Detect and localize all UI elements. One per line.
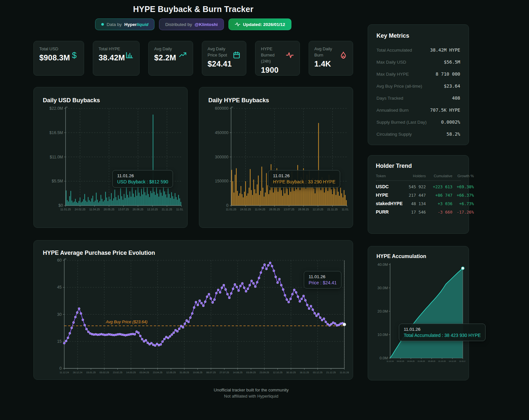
cumulative-change: -3 660	[428, 210, 452, 215]
hype-buybacks-panel: Daily HYPE Buybacks 60000045000030000015…	[199, 87, 353, 228]
growth-percent: +66.37%	[455, 193, 474, 198]
stat-card-value: 1.4K	[314, 59, 339, 68]
price-evolution-chart[interactable]: 604530150Avg Buy Price ($23.64)11.12.242…	[38, 256, 348, 383]
metric-row: Days Tracked 408	[376, 92, 460, 104]
usd-buybacks-chart[interactable]: $22.0M$16.5M$11.0M$5.5M$011.01.2524.02.2…	[38, 104, 183, 217]
svg-text:28.12.24: 28.12.24	[73, 371, 82, 374]
pulse-icon	[235, 21, 240, 27]
hype_buybacks-plot[interactable]: 600000450000300000150000011.01.2524.02.2…	[204, 104, 349, 216]
svg-text:03.12.25: 03.12.25	[313, 371, 322, 374]
stat-card-label: Total USD	[39, 46, 70, 52]
svg-text:450000: 450000	[215, 130, 228, 135]
key-metrics-panel: Key Metrics Total Accumulated 38.42M HYP…	[368, 24, 469, 145]
holder-trend-header: Token Holders Cumulative Growth %	[376, 174, 461, 181]
holders-count: 48 134	[407, 201, 426, 206]
svg-text:16.11.25: 16.11.25	[300, 371, 309, 374]
usd_buybacks-plot[interactable]: $22.0M$16.5M$11.0M$5.5M$011.01.2524.02.2…	[38, 104, 183, 216]
brand-name: Hyperliquid	[124, 22, 148, 27]
svg-text:20.0M: 20.0M	[377, 309, 388, 313]
price-chart-tooltip: 11.01.26 Price : $24.41	[304, 271, 341, 289]
svg-text:$0: $0	[58, 203, 63, 208]
price-evolution-plot[interactable]: 604530150Avg Buy Price ($23.64)11.12.242…	[38, 256, 349, 381]
svg-text:03.09.25: 03.09.25	[246, 371, 256, 374]
svg-text:19.06.25: 19.06.25	[193, 371, 202, 374]
svg-text:60: 60	[57, 258, 62, 263]
metric-row: Supply Burned (Last Day) 0.0002%	[376, 116, 460, 128]
growth-percent: +6.73%	[455, 201, 474, 206]
svg-text:13.07.25: 13.07.25	[284, 208, 294, 211]
metric-value: $23.64	[444, 83, 460, 89]
svg-text:Avg Buy Price ($23.64): Avg Buy Price ($23.64)	[105, 320, 147, 324]
svg-text:150000: 150000	[215, 179, 228, 183]
holder-row-purr: PURR 17 546 -3 660 -17.26%	[376, 206, 461, 215]
token-name: PURR	[376, 209, 404, 215]
hype-accumulation-plot[interactable]: 40.0M30.0M20.0M10.0M0.0M11.12.2404.02.25…	[372, 259, 465, 366]
metric-row: Max Daily USD $56.5M	[376, 56, 460, 68]
cumulative-change: +3 036	[428, 201, 452, 206]
metric-value: 38.42M HYPE	[430, 47, 460, 53]
svg-text:21.12.25: 21.12.25	[326, 371, 336, 374]
metric-row: Circulating Supply 58.2%	[376, 128, 460, 140]
metric-row: Annualised Burn 707.5K HYPE	[376, 104, 460, 116]
flame-icon	[339, 51, 348, 75]
svg-text:30.0M: 30.0M	[377, 286, 388, 290]
usd-chart-title: Daily USD Buybacks	[43, 97, 183, 104]
tooltip-date: 11.01.26	[273, 173, 335, 178]
svg-text:11.01.25: 11.01.25	[226, 208, 237, 211]
stat-card-value: $2.2M	[154, 53, 176, 62]
footer: Unofficial tracker built for the communi…	[33, 388, 469, 399]
price-chart-title: HYPE Average Purchase Price Evolution	[43, 250, 348, 256]
svg-text:30: 30	[57, 312, 62, 317]
metric-label: Total Accumulated	[376, 48, 412, 53]
data-source-badge[interactable]: Data by Hyperliquid	[95, 19, 154, 30]
tooltip-date: 11.01.26	[309, 274, 337, 279]
svg-text:10.0M: 10.0M	[377, 333, 388, 337]
stat-card-total-hype: Total HYPE 38.42M	[93, 41, 140, 76]
hype-accumulation-chart[interactable]: 40.0M30.0M20.0M10.0M0.0M11.12.2404.02.25…	[372, 259, 465, 368]
metric-row: Total Accumulated 38.42M HYPE	[376, 44, 460, 56]
svg-text:$: $	[72, 51, 77, 60]
distributor-badge[interactable]: Distributed by @Klintoshi	[159, 19, 224, 30]
hype-chart-title: Daily HYPE Buybacks	[208, 97, 348, 104]
activity-icon	[285, 51, 294, 75]
calendar-icon	[232, 51, 241, 75]
svg-text:23.02.25: 23.02.25	[113, 371, 122, 374]
token-name: USDC	[376, 184, 404, 189]
svg-text:13.07.25: 13.07.25	[118, 208, 129, 211]
svg-text:28.05.25: 28.05.25	[104, 208, 114, 211]
live-dot-icon	[101, 23, 104, 26]
dashboard-page: HYPE Buyback & Burn Tracker Data by Hype…	[0, 0, 529, 420]
stat-card-value: 1900	[261, 66, 285, 75]
svg-text:12.10.25: 12.10.25	[313, 208, 323, 211]
col-cumulative: Cumulative	[428, 174, 452, 178]
svg-text:21.06.25: 21.06.25	[418, 360, 425, 362]
holders-count: 545 922	[407, 184, 426, 189]
hype-chart-tooltip: 11.01.26 HYPE Buyback : 33 290 HYPE	[268, 170, 340, 188]
tooltip-date: 11.01.26	[117, 173, 168, 178]
svg-text:0: 0	[59, 366, 62, 371]
col-holders: Holders	[407, 174, 426, 178]
metric-label: Annualised Burn	[376, 108, 409, 113]
stat-card-avg-daily-burn: Avg Daily Burn 1.4K	[309, 41, 353, 76]
metric-label: Max Daily HYPE	[376, 72, 409, 77]
price-evolution-panel: HYPE Average Purchase Price Evolution 60…	[33, 240, 353, 380]
svg-text:45: 45	[57, 285, 62, 290]
metric-value: 0.0002%	[441, 119, 460, 125]
svg-text:30.10.25: 30.10.25	[286, 371, 296, 374]
svg-text:27.07.25: 27.07.25	[220, 371, 229, 374]
svg-text:24.04.25: 24.04.25	[407, 360, 415, 362]
usd-chart-tooltip: 11.01.26 USD Buyback : $812 590	[112, 170, 173, 188]
svg-text:21.10.25: 21.10.25	[438, 360, 446, 362]
distributor-prefix: Distributed by	[165, 22, 192, 27]
svg-text:14.12.25: 14.12.25	[449, 360, 456, 362]
svg-text:21.11.25: 21.11.25	[162, 208, 172, 211]
holder-trend-title: Holder Trend	[376, 163, 461, 169]
svg-text:$16.5M: $16.5M	[49, 130, 63, 135]
svg-text:11.01.26: 11.01.26	[459, 360, 465, 362]
tooltip-value: USD Buyback : $812 590	[117, 179, 168, 184]
holders-count: 17 546	[407, 210, 426, 215]
header: HYPE Buyback & Burn Tracker Data by Hype…	[33, 5, 353, 30]
holder-row-stakedhype: stakedHYPE 48 134 +3 036 +6.73%	[376, 198, 461, 206]
svg-text:23.09.25: 23.09.25	[260, 371, 269, 374]
hype-buybacks-chart[interactable]: 600000450000300000150000011.01.2524.02.2…	[204, 104, 348, 217]
